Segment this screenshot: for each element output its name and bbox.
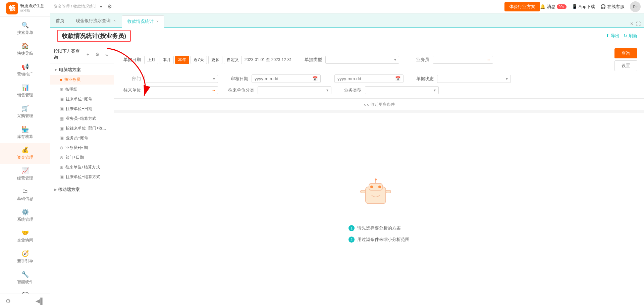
- messages-area[interactable]: 🔔 消息 99+: [540, 4, 567, 10]
- scheme-group-desktop-header[interactable]: ▼ 电脑端方案: [50, 65, 114, 75]
- settings-gear-btn[interactable]: ⚙: [105, 2, 114, 11]
- query-btn[interactable]: 查询: [614, 48, 637, 58]
- sidebar-item-wechat[interactable]: 💬 企业微信: [0, 288, 50, 294]
- counterpart-label: 往来单位: [121, 87, 141, 93]
- date-btn-custom[interactable]: 自定义: [224, 56, 242, 64]
- sidebar-item-hardware[interactable]: 🔧 智能硬件: [0, 267, 50, 288]
- dept-select[interactable]: ▾: [144, 75, 218, 83]
- empty-robot-icon: [359, 177, 399, 217]
- counterpart-select[interactable]: ···: [144, 86, 218, 94]
- user-avatar[interactable]: Rit: [630, 1, 641, 12]
- tab-cashflow[interactable]: 现金银行流水查询 ×: [70, 15, 121, 27]
- tab-collections[interactable]: 收款情况统计 ×: [122, 15, 164, 28]
- date-btn-last-month[interactable]: 上月: [144, 56, 158, 64]
- scheme-item-salesman-settlement[interactable]: ▦ 业务员+结算方式: [50, 114, 114, 123]
- biz-type-select[interactable]: ▾: [365, 86, 439, 94]
- sidebar-item-corp[interactable]: 🤝 企业协同: [0, 226, 50, 247]
- breadcrumb-dropdown-icon[interactable]: ▾: [100, 4, 102, 9]
- tab-home-label: 首页: [56, 18, 64, 24]
- tab-collections-close[interactable]: ×: [156, 19, 159, 24]
- sidebar-item-purchase[interactable]: 🛒 采购管理: [0, 101, 50, 122]
- scheme-group-mobile-header[interactable]: ▶ 移动端方案: [50, 185, 114, 195]
- doc-status-select[interactable]: ▾: [437, 75, 511, 83]
- sidebar-item-basicinfo[interactable]: 🗂 基础信息: [0, 185, 50, 205]
- sidebar-settings-icon[interactable]: ⚙: [5, 297, 11, 305]
- app-download-area[interactable]: 📱 App下载: [572, 4, 595, 10]
- sidebar-item-sales[interactable]: 📊 销售管理: [0, 81, 50, 101]
- date-btn-this-year[interactable]: 本年: [175, 56, 189, 64]
- scheme-item-by-detail[interactable]: ⊞ 按明细: [50, 85, 114, 94]
- sidebar-item-marketing[interactable]: 📢 营销推广: [0, 60, 50, 81]
- date-btn-last-7days[interactable]: 近7天: [191, 56, 207, 64]
- calendar-from-icon[interactable]: 📅: [312, 76, 318, 81]
- sidebar-collapse-icon[interactable]: ◀▌: [36, 297, 45, 305]
- filter-row-3: 往来单位 ··· 往来单位分类 ▾ 业务类型 ▾: [121, 86, 637, 94]
- tab-cashflow-close[interactable]: ×: [113, 18, 116, 23]
- sidebar-item-guide-label: 新手引导: [17, 258, 33, 264]
- sidebar-item-inventory[interactable]: 🏪 库存核算: [0, 122, 50, 143]
- sidebar-item-operations[interactable]: 📈 经营管理: [0, 164, 50, 185]
- tab-maximize-icon[interactable]: ⛶: [636, 21, 641, 27]
- scheme-item-salesman-date[interactable]: ⊙ 业务员+日期: [50, 143, 114, 153]
- dept-label: 部门: [121, 76, 141, 82]
- salesman-more-icon[interactable]: ···: [487, 57, 490, 62]
- salesman-select[interactable]: ···: [433, 56, 493, 64]
- breadcrumb-area: 资金管理 / 收款情况统计 ▾ ⚙: [54, 2, 502, 11]
- purchase-icon: 🛒: [21, 105, 29, 112]
- scheme-item-dept-date[interactable]: ⊙ 部门+日期: [50, 153, 114, 162]
- setting-btn[interactable]: 设置: [614, 60, 637, 71]
- scheme-group-mobile-label: 移动端方案: [58, 187, 80, 193]
- scheme-item-partner-settle2[interactable]: ▣ 往来单位+结算方式: [50, 172, 114, 182]
- sidebar-item-purchase-label: 采购管理: [17, 113, 33, 119]
- scheme-item-partner-account[interactable]: ▣ 往来单位+账号: [50, 94, 114, 104]
- messages-label: 消息: [547, 4, 555, 10]
- scheme-item-partner-dept-collect[interactable]: ▣ 按往来单位+部门+收...: [50, 123, 114, 133]
- sidebar-item-basicinfo-label: 基础信息: [17, 196, 33, 202]
- biz-type-label: 业务类型: [341, 87, 362, 93]
- sidebar-item-system[interactable]: ⚙️ 系统管理: [0, 205, 50, 226]
- export-btn[interactable]: ⬆ 导出: [606, 33, 620, 39]
- scheme-item-salesman-icon: ●: [60, 77, 62, 82]
- date-btn-this-month[interactable]: 本月: [160, 56, 174, 64]
- collapse-more-bar[interactable]: ∧∧ 收起更多条件: [114, 99, 644, 110]
- online-service-area[interactable]: 🎧 在线客服: [600, 4, 625, 10]
- sidebar-item-operations-label: 经营管理: [17, 175, 33, 181]
- logo-title: 畅捷通好生意: [20, 3, 44, 9]
- trial-industry-btn[interactable]: 体验行业方案: [504, 2, 540, 11]
- sidebar-item-capital[interactable]: 💰 资金管理: [0, 143, 50, 164]
- scheme-settings-btn[interactable]: ⚙: [94, 51, 101, 58]
- scheme-group-desktop-arrow: ▼: [54, 67, 58, 72]
- scheme-item-partner-settle1[interactable]: ⊞ 往来单位+结算方式: [50, 162, 114, 172]
- dept-arrow-icon: ▾: [213, 76, 215, 81]
- date-btn-more[interactable]: 更多: [208, 56, 222, 64]
- collapse-chevron-icon: ∧∧: [363, 102, 369, 107]
- sidebar-item-search[interactable]: 🔍 搜索菜单: [0, 18, 50, 39]
- counterpart-more-icon[interactable]: ···: [212, 88, 215, 93]
- review-date-to-field[interactable]: [337, 76, 394, 81]
- scheme-item-salesman-account[interactable]: ▣ 业务员+账号: [50, 133, 114, 143]
- filter-form: 单据日期 上月 本月 本年 近7天 更多 自定义 2023-01-01 至 20…: [114, 44, 644, 99]
- refresh-btn[interactable]: ↻ 刷新: [624, 33, 637, 39]
- scheme-item-by-salesman[interactable]: ● 按业务员: [50, 75, 114, 85]
- calendar-to-icon[interactable]: 📅: [395, 76, 400, 81]
- scheme-item-partner-settle1-icon: ⊞: [60, 165, 63, 170]
- tab-close-all-icon[interactable]: ×: [630, 21, 633, 27]
- tab-home[interactable]: 首页: [50, 15, 70, 27]
- doc-type-select[interactable]: ▾: [325, 56, 399, 64]
- sidebar-item-quicknav-label: 快捷导航: [17, 51, 33, 56]
- sidebar-item-guide[interactable]: 🧭 新手引导: [0, 247, 50, 267]
- scheme-add-btn[interactable]: +: [84, 51, 92, 58]
- mobile-icon: 📱: [572, 4, 577, 9]
- scheme-item-partner-date[interactable]: ▣ 往来单位+日期: [50, 104, 114, 114]
- scheme-item-dept-date-icon: ⊙: [60, 155, 63, 160]
- review-date-from-input[interactable]: 📅: [252, 74, 321, 83]
- sidebar-item-quicknav[interactable]: 🏠 快捷导航: [0, 39, 50, 60]
- scheme-item-detail-label: 按明细: [65, 87, 77, 92]
- review-date-from-field[interactable]: [255, 76, 311, 81]
- counterpart-cat-select[interactable]: ▾: [258, 86, 331, 94]
- scheme-panel-header: 按以下方案查询 + ⚙ «: [50, 44, 114, 63]
- scheme-collapse-btn[interactable]: «: [103, 51, 110, 58]
- scheme-panel-title: 按以下方案查询: [54, 48, 82, 60]
- review-date-to-input[interactable]: 📅: [334, 74, 404, 83]
- bell-icon: 🔔: [540, 4, 545, 9]
